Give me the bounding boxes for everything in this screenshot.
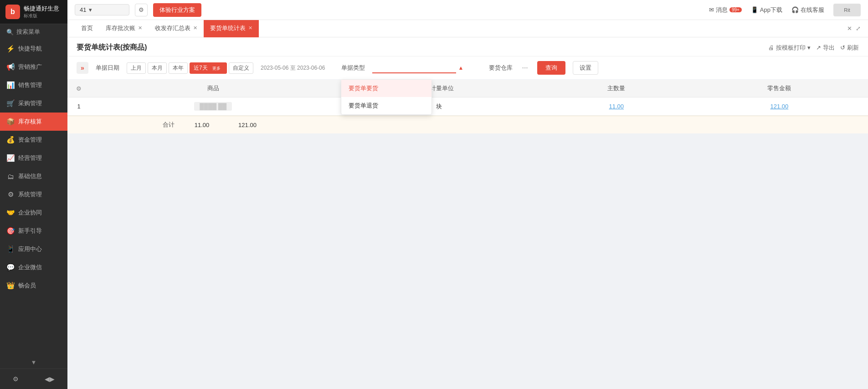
type-select-arrow[interactable]: ▲ — [456, 65, 465, 71]
table-row: 1 ████ ██ 块 11.00 121.00 — [67, 97, 868, 116]
tab-end-actions: ✕ ⤢ — [847, 25, 861, 32]
sidebar-item-basic-info[interactable]: 🗂 基础信息 — [0, 167, 67, 185]
page-title: 要货单统计表(按商品) — [77, 43, 147, 52]
messages-btn[interactable]: ✉ 消息 99+ — [709, 6, 742, 14]
filter-expand-btn[interactable]: » — [77, 62, 88, 74]
sidebar-item-operations[interactable]: 📈 经营管理 — [0, 149, 67, 167]
app-download-btn[interactable]: 📱 App下载 — [751, 6, 782, 14]
print-arrow-icon: ▾ — [807, 44, 811, 51]
export-btn[interactable]: ↗ 导出 — [816, 44, 835, 52]
footer-quantity: 11.00 — [184, 122, 220, 128]
footer-amount: 121.00 — [229, 122, 266, 128]
marketing-icon: 📢 — [6, 63, 15, 71]
main-area: 41 ▾ ⚙ 体验行业方案 ✉ 消息 99+ 📱 App下载 🎧 在线客服 Ri… — [67, 0, 868, 389]
col-amount: 零售金额 — [691, 80, 868, 97]
table-settings-icon[interactable]: ⚙ — [76, 85, 82, 92]
vip-icon: 👑 — [6, 282, 15, 290]
print-template-btn[interactable]: 🖨 按模板打印 ▾ — [768, 44, 811, 52]
print-icon: 🖨 — [768, 44, 774, 51]
app-center-icon: 📱 — [6, 245, 15, 253]
sidebar-item-finance[interactable]: 💰 资金管理 — [0, 131, 67, 149]
wechat-icon: 💬 — [6, 263, 15, 271]
tab-home[interactable]: 首页 — [75, 20, 99, 37]
page-header: 要货单统计表(按商品) 🖨 按模板打印 ▾ ↗ 导出 ↺ 刷新 — [67, 37, 868, 56]
sidebar-item-guide[interactable]: 🎯 新手引导 — [0, 222, 67, 240]
finance-icon: 💰 — [6, 136, 15, 144]
sidebar-item-inventory[interactable]: 📦 库存核算 — [0, 113, 67, 131]
col-settings[interactable]: ⚙ — [67, 80, 90, 97]
online-service-btn[interactable]: 🎧 在线客服 — [791, 6, 824, 14]
row-quantity[interactable]: 11.00 — [542, 97, 691, 116]
user-avatar[interactable]: Rit — [833, 4, 861, 16]
sidebar-scroll-down[interactable]: ▼ — [0, 356, 67, 369]
sidebar-item-vip[interactable]: 👑 畅会员 — [0, 276, 67, 295]
data-table-container: ⚙ 商品 主计量单位 主数量 零售金额 1 ████ ██ 块 — [67, 80, 868, 116]
setting-button[interactable]: 设置 — [573, 61, 598, 75]
this-month-btn[interactable]: 本月 — [148, 62, 167, 74]
enterprise-icon: 🤝 — [6, 209, 15, 217]
app-version: 标准版 — [24, 13, 59, 19]
message-icon: ✉ — [709, 6, 714, 13]
basic-info-icon: 🗂 — [6, 172, 15, 180]
settings-gear-button[interactable]: ⚙ — [135, 4, 148, 16]
sidebar-footer: ⚙ ◀▶ — [0, 369, 67, 389]
dropdown-item-order-return[interactable]: 要货单退货 — [341, 97, 431, 114]
data-table: ⚙ 商品 主计量单位 主数量 零售金额 1 ████ ██ 块 — [67, 80, 868, 116]
warehouse-label: 要货仓库 — [489, 64, 513, 72]
sidebar-item-system[interactable]: ⚙ 系统管理 — [0, 185, 67, 204]
refresh-btn[interactable]: ↺ 刷新 — [840, 44, 859, 52]
footer-settings-btn[interactable]: ⚙ — [9, 374, 22, 384]
sidebar-item-purchase[interactable]: 🛒 采购管理 — [0, 94, 67, 113]
purchase-icon: 🛒 — [6, 99, 15, 107]
col-product: 商品 — [90, 80, 336, 97]
topbar-right: ✉ 消息 99+ 📱 App下载 🎧 在线客服 Rit — [709, 4, 861, 16]
system-icon: ⚙ — [6, 190, 15, 199]
company-selector[interactable]: 41 ▾ — [75, 4, 129, 15]
close-tab-order-stats[interactable]: ✕ — [248, 25, 252, 31]
sidebar-logo: b 畅捷通好生意 标准版 — [0, 0, 67, 24]
close-tab-inventory-batch[interactable]: ✕ — [138, 25, 142, 31]
tab-inventory-batch[interactable]: 库存批次账 ✕ — [99, 20, 149, 37]
type-select-input[interactable] — [372, 63, 456, 73]
query-button[interactable]: 查询 — [537, 61, 565, 75]
tab-order-stats[interactable]: 要货单统计表 ✕ — [204, 20, 259, 37]
expand-tabs-icon[interactable]: ⤢ — [856, 25, 861, 32]
page-content: 要货单统计表(按商品) 🖨 按模板打印 ▾ ↗ 导出 ↺ 刷新 — [67, 37, 868, 389]
search-icon: 🔍 — [6, 29, 14, 36]
filter-more-btn[interactable]: ··· — [520, 64, 529, 72]
sidebar-item-sales[interactable]: 📊 销售管理 — [0, 76, 67, 94]
sidebar-item-app-center[interactable]: 📱 应用中心 — [0, 240, 67, 258]
dropdown-item-order-goods[interactable]: 要货单要货 — [341, 80, 431, 97]
date-quick-btns: 上月 本月 本年 近7天 更多 自定义 — [127, 62, 253, 74]
close-tab-receivable[interactable]: ✕ — [193, 25, 197, 31]
headset-icon: 🎧 — [791, 6, 799, 13]
last-7-days-btn[interactable]: 近7天 更多 — [190, 62, 227, 74]
sidebar-item-enterprise[interactable]: 🤝 企业协同 — [0, 204, 67, 222]
app-name: 畅捷通好生意 — [24, 5, 59, 13]
row-amount[interactable]: 121.00 — [691, 97, 868, 116]
hot-badge: 更多 — [210, 66, 223, 71]
sidebar: b 畅捷通好生意 标准版 🔍 搜索菜单 ⚡ 快捷导航 📢 营销推广 📊 销售管理… — [0, 0, 67, 389]
this-year-btn[interactable]: 本年 — [169, 62, 188, 74]
export-icon: ↗ — [816, 44, 821, 51]
col-quantity: 主数量 — [542, 80, 691, 97]
row-product: ████ ██ — [90, 97, 336, 116]
page-actions: 🖨 按模板打印 ▾ ↗ 导出 ↺ 刷新 — [768, 44, 859, 52]
sales-icon: 📊 — [6, 81, 15, 89]
guide-icon: 🎯 — [6, 227, 15, 235]
trial-button[interactable]: 体验行业方案 — [153, 3, 201, 17]
footer-collapse-btn[interactable]: ◀▶ — [41, 374, 58, 384]
selector-arrow-icon: ▾ — [89, 6, 92, 13]
gear-icon: ⚙ — [139, 6, 144, 13]
sidebar-item-marketing[interactable]: 📢 营销推广 — [0, 58, 67, 76]
sidebar-item-quick-nav[interactable]: ⚡ 快捷导航 — [0, 40, 67, 58]
tab-receivable-summary[interactable]: 收发存汇总表 ✕ — [149, 20, 204, 37]
row-index: 1 — [67, 97, 90, 116]
filter-type-select[interactable]: ▲ — [372, 63, 473, 73]
last-month-btn[interactable]: 上月 — [127, 62, 146, 74]
custom-date-btn[interactable]: 自定义 — [229, 62, 253, 74]
refresh-icon: ↺ — [840, 44, 845, 51]
sidebar-item-wechat[interactable]: 💬 企业微信 — [0, 258, 67, 276]
sidebar-search[interactable]: 🔍 搜索菜单 — [0, 24, 67, 40]
close-all-tabs-icon[interactable]: ✕ — [847, 25, 852, 32]
